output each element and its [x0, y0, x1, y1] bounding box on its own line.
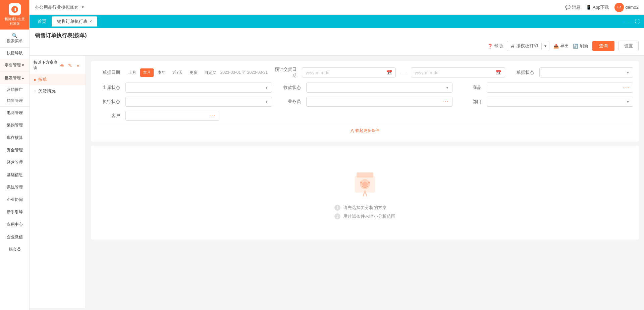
empty-tip-1: 1 请先选择要分析的方案: [334, 205, 395, 211]
logo-text: 畅捷通好生意: [5, 17, 25, 21]
customer-more-icon[interactable]: ···: [209, 113, 216, 119]
date-btn-7days[interactable]: 近7天: [170, 68, 185, 77]
tab-bar-actions: — ⛶: [623, 17, 641, 25]
sidebar-item-marketing[interactable]: 营销推广: [0, 84, 29, 95]
add-scheme-btn[interactable]: ⊕: [59, 62, 65, 69]
svg-rect-1: [357, 172, 373, 177]
empty-tips: 1 请先选择要分析的方案 2 用过滤条件来缩小分析范围: [334, 205, 395, 219]
sidebar-item-operation[interactable]: 经营管理: [0, 156, 29, 169]
calendar-start-icon: 📅: [386, 70, 392, 75]
expected-date-label: 预计交货日期: [273, 66, 297, 79]
department-label: 部门: [458, 99, 481, 105]
date-label: 单据日期: [97, 69, 120, 75]
left-panel: 按以下方案查询 ⊕ ✎ « ● 按单: [30, 56, 86, 308]
collapse-more-btn[interactable]: ⋀ 收起更多条件: [97, 125, 633, 136]
export-btn[interactable]: 📤 导出: [553, 43, 569, 49]
sidebar-item-purchase[interactable]: 采购管理: [0, 119, 29, 132]
scheme-item-by-order[interactable]: ● 按单: [30, 74, 86, 85]
sidebar-item-enterprise[interactable]: 企业协同: [0, 194, 29, 206]
department-select[interactable]: ▼: [487, 97, 633, 107]
collapse-label: 收起更多条件: [355, 128, 379, 133]
date-dash: —: [401, 70, 406, 75]
sidebar-item-inventory[interactable]: 库存核算: [0, 132, 29, 144]
salesperson-select[interactable]: ···: [306, 97, 453, 107]
tab-minimize-btn[interactable]: —: [623, 17, 631, 25]
app-download-label: App下载: [593, 4, 609, 10]
goods-select[interactable]: ···: [487, 83, 633, 93]
filter-row-1: 单据日期 上月 本月 本年 近7天 更多 自定义 2023-03-01 至 20…: [97, 66, 633, 79]
chevron-down-icon: ▼: [21, 63, 25, 67]
date-btn-last-month[interactable]: 上月: [125, 68, 139, 77]
message-icon: 💬: [565, 5, 571, 10]
message-btn[interactable]: 💬 消息: [565, 4, 581, 10]
query-button[interactable]: 查询: [592, 41, 614, 51]
sidebar-item-basic[interactable]: 基础信息: [0, 169, 29, 181]
date-btn-this-year[interactable]: 本年: [155, 68, 168, 77]
user-area[interactable]: Ea demo2: [614, 3, 639, 12]
scheme-stock-label: 欠货情况: [38, 88, 56, 94]
sidebar: 畅捷通好生意 标准版 🔍 搜索菜单 快捷导航 零售管理 ▼ 批发管理 ▲ 营销推…: [0, 0, 30, 310]
empty-icon: [348, 166, 382, 199]
header-right: 💬 消息 📱 App下载 Ea demo2: [565, 3, 639, 12]
date-btn-more[interactable]: 更多: [187, 68, 200, 77]
department-arrow-icon: ▼: [626, 100, 630, 104]
sidebar-nav-label[interactable]: 快捷导航: [0, 48, 29, 59]
collection-status-select[interactable]: ▼: [306, 83, 453, 93]
customer-label: 客户: [97, 113, 120, 119]
page-content: 销售订单执行表(按单) ❓ 帮助 🖨 按模板打印 ▼ 📤 导出: [30, 28, 644, 310]
sidebar-search[interactable]: 🔍 搜索菜单: [0, 30, 29, 48]
customer-select[interactable]: ···: [125, 111, 219, 121]
empty-tip-2-text: 用过滤条件来缩小分析范围: [343, 213, 395, 219]
logo-icon: [9, 3, 21, 15]
page-actions-row: ❓ 帮助 🖨 按模板打印 ▼ 📤 导出 🔄 刷新: [30, 39, 644, 55]
sidebar-item-ecommerce[interactable]: 电商管理: [0, 107, 29, 119]
breadcrumb-text: 办公用品行业模拟账套: [35, 4, 78, 10]
collapse-arrows-icon: ⋀: [351, 128, 354, 133]
tab-sales-order[interactable]: 销售订单执行表 ×: [52, 16, 97, 27]
goods-more-icon[interactable]: ···: [623, 85, 630, 91]
date-end-input[interactable]: yyyy-mm-dd 📅: [411, 67, 505, 78]
sidebar-item-wechat[interactable]: 企业微信: [0, 231, 29, 243]
left-panel-header: 按以下方案查询 ⊕ ✎ «: [30, 60, 86, 74]
print-btn-group: 🖨 按模板打印 ▼: [507, 41, 549, 51]
exec-status-select[interactable]: ▼: [125, 97, 272, 107]
message-label: 消息: [572, 4, 581, 10]
print-arrow-btn[interactable]: ▼: [541, 43, 549, 50]
avatar: Ea: [614, 3, 624, 12]
app-download-btn[interactable]: 📱 App下载: [586, 4, 609, 10]
date-btn-this-month[interactable]: 本月: [140, 68, 154, 77]
sidebar-item-member[interactable]: 畅会员: [0, 243, 29, 256]
out-status-select[interactable]: ▼: [125, 83, 272, 93]
sidebar-item-appstore[interactable]: 应用中心: [0, 218, 29, 231]
content-layout: 按以下方案查询 ⊕ ✎ « ● 按单: [30, 56, 644, 308]
active-dot-icon: ●: [34, 77, 36, 82]
download-icon: 📱: [586, 5, 591, 10]
order-status-select[interactable]: ▼: [539, 67, 633, 78]
sidebar-group-retail: 零售管理 ▼: [0, 59, 29, 72]
date-btn-custom[interactable]: 自定义: [202, 68, 219, 77]
sidebar-group-wholesale-title[interactable]: 批发管理 ▲: [0, 72, 29, 84]
tab-maximize-btn[interactable]: ⛶: [633, 17, 641, 25]
tip-num-1: 1: [334, 205, 340, 211]
sidebar-item-system[interactable]: 系统管理: [0, 181, 29, 194]
tab-home[interactable]: 首页: [32, 16, 52, 27]
right-content: 单据日期 上月 本月 本年 近7天 更多 自定义 2023-03-01 至 20…: [86, 56, 644, 308]
salesperson-more-icon[interactable]: ···: [442, 99, 449, 105]
sidebar-item-finance[interactable]: 资金管理: [0, 144, 29, 156]
settings-button[interactable]: 设置: [619, 41, 639, 51]
edit-scheme-btn[interactable]: ✎: [67, 62, 73, 69]
filter-row-2: 出库状态 ▼ 收款状态 ▼ 商品 ···: [97, 83, 633, 93]
quick-nav-label: 快捷导航: [7, 51, 23, 55]
sidebar-group-retail-title[interactable]: 零售管理 ▼: [0, 59, 29, 71]
sidebar-item-sales[interactable]: 销售管理: [0, 95, 29, 106]
sidebar-item-newbie[interactable]: 新手引导: [0, 206, 29, 218]
tab-close-icon[interactable]: ×: [90, 19, 92, 24]
sidebar-group-wholesale: 批发管理 ▲ 营销推广 销售管理: [0, 72, 29, 107]
print-main-btn[interactable]: 🖨 按模板打印: [507, 41, 541, 51]
refresh-btn[interactable]: 🔄 刷新: [573, 43, 588, 49]
collapse-panel-btn[interactable]: «: [75, 62, 82, 69]
edit-icon: ✎: [68, 63, 72, 68]
date-start-input[interactable]: yyyy-mm-dd 📅: [302, 67, 396, 78]
help-btn[interactable]: ❓ 帮助: [487, 43, 503, 49]
scheme-item-stock[interactable]: ○ 欠货情况: [30, 85, 86, 97]
